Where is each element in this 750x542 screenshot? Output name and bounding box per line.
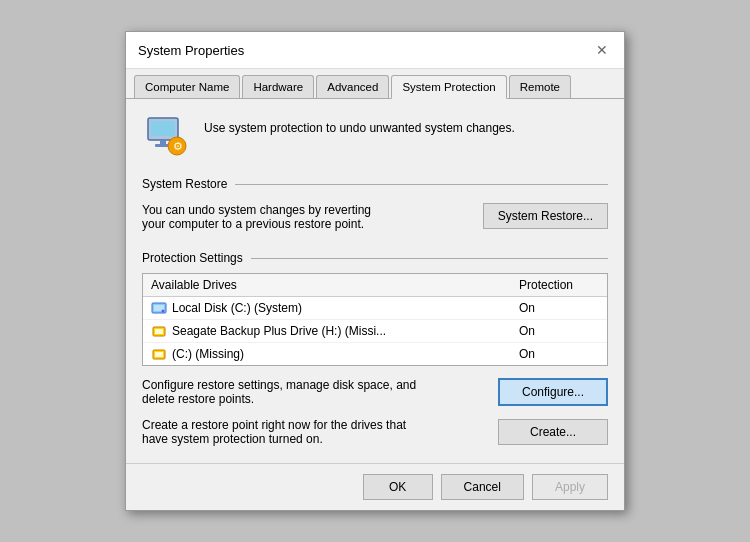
table-row[interactable]: Seagate Backup Plus Drive (H:) (Missi...… <box>143 320 607 343</box>
apply-button[interactable]: Apply <box>532 474 608 500</box>
system-protection-icon-area: ⚙ <box>142 113 190 161</box>
dialog-title: System Properties <box>138 43 244 58</box>
col-header-protection: Protection <box>519 278 599 292</box>
system-restore-label: System Restore <box>142 177 227 191</box>
section-divider <box>235 184 608 185</box>
svg-rect-2 <box>160 140 166 144</box>
system-properties-dialog: System Properties ✕ Computer Name Hardwa… <box>125 31 625 511</box>
cancel-button[interactable]: Cancel <box>441 474 524 500</box>
protection-settings-section: Protection Settings Available Drives Pro… <box>142 247 608 446</box>
create-description: Create a restore point right now for the… <box>142 418 488 446</box>
protection-settings-label: Protection Settings <box>142 251 243 265</box>
tab-content: ⚙ Use system protection to undo unwanted… <box>126 99 624 463</box>
table-row[interactable]: Local Disk (C:) (System) On <box>143 297 607 320</box>
tab-remote[interactable]: Remote <box>509 75 571 98</box>
restore-description: You can undo system changes by reverting… <box>142 203 471 231</box>
computer-shield-icon: ⚙ <box>143 114 189 160</box>
footer-buttons: OK Cancel Apply <box>126 463 624 510</box>
title-bar: System Properties ✕ <box>126 32 624 69</box>
close-button[interactable]: ✕ <box>592 40 612 60</box>
system-restore-section: System Restore You can undo system chang… <box>142 173 608 235</box>
tab-advanced[interactable]: Advanced <box>316 75 389 98</box>
section-divider-2 <box>251 258 608 259</box>
backup-drive-icon <box>151 323 167 339</box>
drive-name-2: Seagate Backup Plus Drive (H:) (Missi... <box>151 323 519 339</box>
protection-status-3: On <box>519 347 599 361</box>
svg-text:⚙: ⚙ <box>173 140 183 152</box>
protection-status-2: On <box>519 324 599 338</box>
local-disk-icon <box>151 300 167 316</box>
top-section: ⚙ Use system protection to undo unwanted… <box>142 113 608 161</box>
system-restore-button[interactable]: System Restore... <box>483 203 608 229</box>
svg-rect-10 <box>155 329 163 334</box>
missing-drive-icon <box>151 346 167 362</box>
protection-status-1: On <box>519 301 599 315</box>
create-row: Create a restore point right now for the… <box>142 418 608 446</box>
configure-description: Configure restore settings, manage disk … <box>142 378 488 406</box>
restore-section: You can undo system changes by reverting… <box>142 199 608 235</box>
drive-name-3: (C:) (Missing) <box>151 346 519 362</box>
svg-point-8 <box>162 310 165 313</box>
drive-name-1: Local Disk (C:) (System) <box>151 300 519 316</box>
top-description: Use system protection to undo unwanted s… <box>204 113 515 135</box>
create-button[interactable]: Create... <box>498 419 608 445</box>
drives-table: Available Drives Protection Local Disk (… <box>142 273 608 366</box>
tab-bar: Computer Name Hardware Advanced System P… <box>126 69 624 99</box>
protection-settings-header: Protection Settings <box>142 251 608 265</box>
system-restore-header: System Restore <box>142 177 608 191</box>
col-header-drives: Available Drives <box>151 278 519 292</box>
table-header-row: Available Drives Protection <box>143 274 607 297</box>
configure-row: Configure restore settings, manage disk … <box>142 378 608 406</box>
tab-computer-name[interactable]: Computer Name <box>134 75 240 98</box>
configure-button[interactable]: Configure... <box>498 378 608 406</box>
tab-hardware[interactable]: Hardware <box>242 75 314 98</box>
svg-rect-12 <box>155 352 163 357</box>
svg-rect-1 <box>151 121 175 136</box>
table-row[interactable]: (C:) (Missing) On <box>143 343 607 365</box>
ok-button[interactable]: OK <box>363 474 433 500</box>
tab-system-protection[interactable]: System Protection <box>391 75 506 99</box>
